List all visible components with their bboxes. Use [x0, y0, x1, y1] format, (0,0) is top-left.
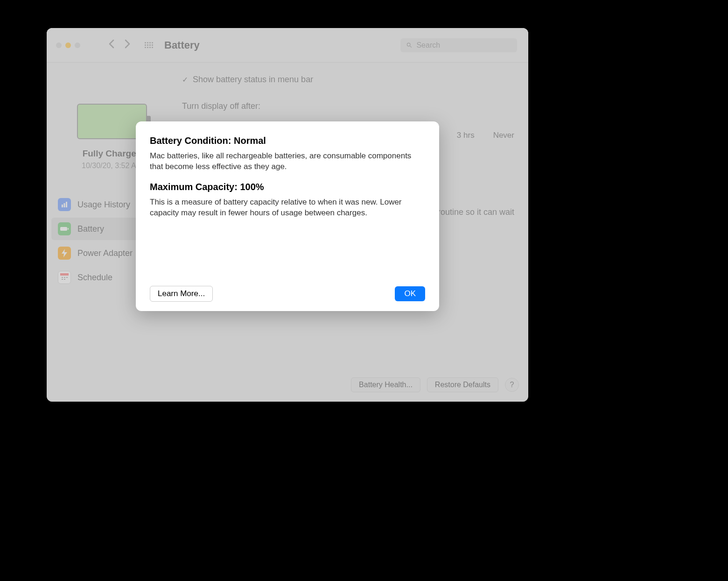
condition-text: Mac batteries, like all rechargeable bat…: [150, 151, 425, 172]
battery-health-modal: Battery Condition: Normal Mac batteries,…: [136, 121, 439, 311]
learn-more-button[interactable]: Learn More...: [150, 286, 213, 302]
battery-prefpane-window: Battery ✓ Show battery status in menu ba…: [47, 28, 528, 402]
modal-footer: Learn More... OK: [150, 286, 425, 302]
ok-button[interactable]: OK: [395, 286, 425, 301]
capacity-heading: Maximum Capacity: 100%: [150, 182, 425, 192]
capacity-text: This is a measure of battery capacity re…: [150, 197, 425, 219]
modal-overlay: Battery Condition: Normal Mac batteries,…: [47, 28, 528, 402]
condition-heading: Battery Condition: Normal: [150, 135, 425, 146]
